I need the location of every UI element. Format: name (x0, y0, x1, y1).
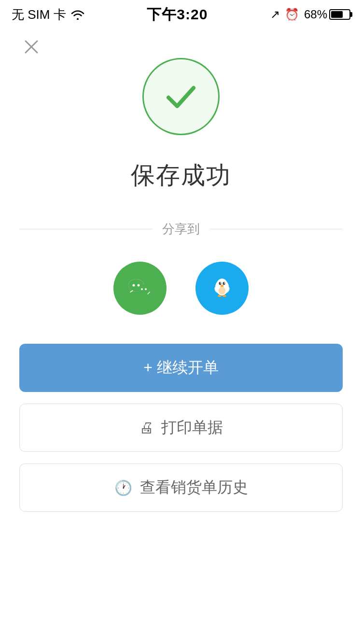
svg-point-19 (218, 295, 222, 297)
continue-button[interactable]: + 继续开单 (19, 344, 343, 392)
close-button[interactable] (19, 35, 43, 59)
history-button[interactable]: 🕐 查看销货单历史 (19, 463, 343, 512)
carrier-label: 无 SIM 卡 (12, 6, 66, 23)
success-circle (142, 58, 220, 135)
history-label: 查看销货单历史 (140, 477, 248, 498)
history-icon: 🕐 (114, 479, 132, 496)
share-label: 分享到 (153, 221, 209, 238)
svg-point-20 (223, 295, 226, 297)
wifi-icon (71, 9, 84, 20)
svg-point-7 (141, 288, 143, 290)
checkmark-icon (162, 77, 200, 116)
print-icon: 🖨 (139, 420, 153, 436)
actions-section: + 继续开单 🖨 打印单据 🕐 查看销货单历史 (0, 344, 362, 512)
svg-point-5 (133, 284, 135, 287)
status-right: ↗ ⏰ 68% (270, 8, 350, 21)
svg-point-13 (219, 282, 222, 285)
alarm-icon: ⏰ (285, 8, 299, 21)
status-left: 无 SIM 卡 (12, 6, 84, 23)
svg-point-15 (220, 282, 221, 283)
battery-percent: 68% (304, 8, 327, 21)
qq-icon (208, 274, 237, 303)
success-title: 保存成功 (131, 159, 231, 192)
battery-bar (329, 9, 350, 20)
wechat-icon (125, 274, 154, 303)
svg-point-17 (221, 285, 224, 287)
svg-point-18 (219, 287, 225, 294)
battery-fill (331, 11, 343, 18)
svg-point-8 (145, 288, 147, 290)
share-icons (19, 262, 343, 315)
qq-share-button[interactable] (195, 262, 249, 315)
print-button[interactable]: 🖨 打印单据 (19, 404, 343, 452)
wechat-share-button[interactable] (113, 262, 167, 315)
svg-point-6 (138, 284, 140, 287)
print-label: 打印单据 (161, 417, 223, 438)
close-icon (23, 38, 40, 56)
status-time: 下午3:20 (147, 5, 208, 25)
svg-point-14 (223, 282, 225, 285)
main-content: 保存成功 分享到 (0, 29, 362, 512)
location-icon: ↗ (270, 8, 280, 21)
share-section: 分享到 (0, 221, 362, 315)
share-divider: 分享到 (19, 221, 343, 238)
status-bar: 无 SIM 卡 下午3:20 ↗ ⏰ 68% (0, 0, 362, 29)
svg-point-16 (224, 282, 225, 283)
battery-indicator: 68% (304, 8, 350, 21)
